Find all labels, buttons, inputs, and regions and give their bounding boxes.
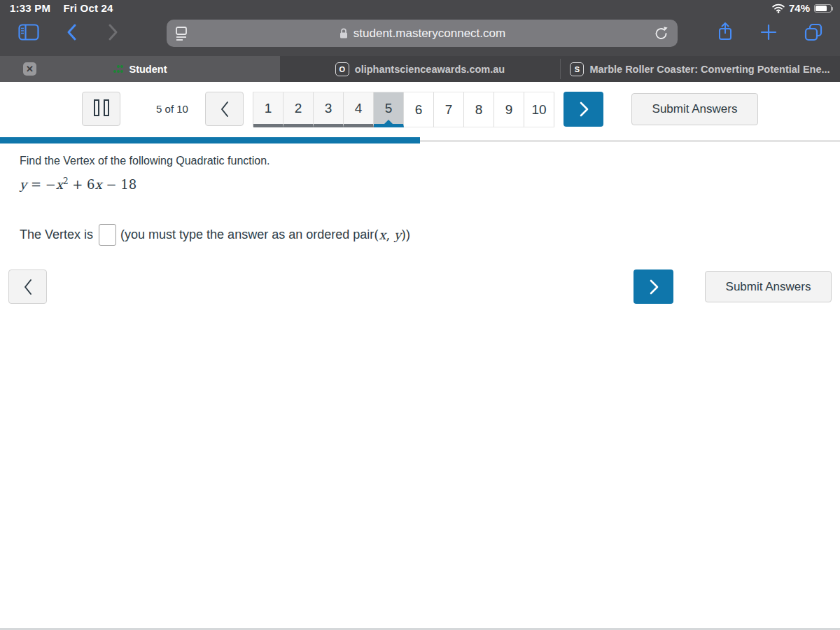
question-number-strip: 1 2 3 4 5 6 7 8 9 10 (253, 92, 554, 127)
tab-student[interactable]: ✕ Student (0, 56, 280, 82)
answer-suffix-close: ) (406, 227, 410, 242)
previous-question-button-top[interactable] (205, 92, 244, 126)
sidebar-icon (18, 24, 39, 41)
chevron-right-icon (648, 278, 659, 296)
tab-divider (560, 59, 561, 79)
browser-forward-button[interactable] (99, 17, 127, 48)
progress-fill (0, 137, 420, 144)
tab-title: Student (130, 64, 167, 75)
question-tab-10[interactable]: 10 (524, 92, 554, 127)
reload-icon (654, 25, 669, 42)
battery-percent-label: 74% (789, 2, 810, 14)
safari-toolbar: student.masteryconnect.com (0, 17, 840, 56)
question-prompt: Find the Vertex of the following Quadrat… (20, 155, 270, 167)
question-tab-8[interactable]: 8 (464, 92, 494, 127)
status-time: 1:33 PM (10, 2, 50, 14)
chevron-left-icon (22, 278, 34, 296)
answer-suffix-text: (you must type the answer as an ordered … (120, 227, 374, 242)
tab-title: Marble Roller Coaster: Converting Potent… (589, 64, 830, 75)
question-tab-6[interactable]: 6 (404, 92, 434, 127)
status-time-date: 1:33 PM Fri Oct 24 (10, 2, 113, 14)
answer-line: The Vertex is (you must type the answer … (20, 224, 410, 246)
submit-answers-button-bottom[interactable]: Submit Answers (705, 271, 832, 302)
question-tab-7[interactable]: 7 (434, 92, 464, 127)
status-bar: 1:33 PM Fri Oct 24 74% (0, 0, 840, 17)
battery-icon (814, 4, 832, 13)
answer-prefix: The Vertex is (20, 227, 93, 242)
chevron-left-icon (219, 100, 230, 118)
status-indicators: 74% (772, 2, 832, 14)
forward-chevron-icon (108, 23, 119, 41)
wifi-icon (772, 4, 785, 13)
plus-icon (760, 24, 777, 41)
tab-overview-button[interactable] (798, 17, 829, 48)
reader-icon (173, 24, 190, 43)
submit-answers-button-top[interactable]: Submit Answers (631, 93, 758, 125)
question-tab-3[interactable]: 3 (314, 92, 344, 127)
share-icon (717, 22, 734, 43)
tab-oliphant[interactable]: O oliphantscienceawards.com.au (280, 56, 560, 82)
address-bar[interactable]: student.masteryconnect.com (167, 20, 678, 47)
quiz-progress-bar (0, 137, 840, 144)
back-chevron-icon (66, 23, 77, 41)
chevron-right-icon (578, 100, 589, 118)
question-pager-label: 5 of 10 (137, 92, 207, 126)
quadratic-formula: y = −x2 + 6x − 18 (20, 176, 136, 192)
tab-bar: ✕ Student O oliphantscienceawards.com.au… (0, 56, 840, 82)
tab-favicon-o: O (335, 62, 349, 76)
ordered-pair-math: (x, y) (374, 227, 406, 242)
battery-fill (816, 6, 827, 11)
new-tab-button[interactable] (755, 17, 783, 48)
browser-back-button[interactable] (57, 17, 85, 48)
tab-favicon-s: S (570, 62, 584, 76)
vertex-answer-input[interactable] (99, 224, 116, 246)
tabs-icon (804, 23, 822, 41)
next-question-button-bottom[interactable] (634, 270, 673, 304)
tab-title: oliphantscienceawards.com.au (355, 64, 505, 75)
reload-button[interactable] (654, 25, 669, 45)
sidebar-toggle-button[interactable] (14, 17, 43, 48)
question-tab-9[interactable]: 9 (494, 92, 524, 127)
question-tab-4[interactable]: 4 (344, 92, 374, 127)
pause-icon (94, 99, 109, 119)
status-date: Fri Oct 24 (63, 2, 113, 14)
masteryconnect-favicon (113, 65, 124, 74)
browser-chrome: 1:33 PM Fri Oct 24 74% (0, 0, 840, 56)
tab-marble-roller-coaster[interactable]: S Marble Roller Coaster: Converting Pote… (560, 56, 840, 82)
share-button[interactable] (710, 17, 740, 48)
url-text: student.masteryconnect.com (354, 27, 505, 41)
tab-close-button[interactable]: ✕ (23, 62, 36, 76)
battery-nub (832, 7, 833, 10)
question-tab-1[interactable]: 1 (253, 92, 284, 127)
question-tab-2[interactable]: 2 (284, 92, 314, 127)
page-settings-button[interactable] (173, 24, 190, 46)
previous-question-button-bottom[interactable] (8, 270, 47, 304)
current-question-notch (384, 120, 393, 124)
question-tab-5-current[interactable]: 5 (374, 92, 404, 127)
pause-button[interactable] (82, 92, 120, 126)
lock-icon (339, 27, 349, 39)
next-question-button-top[interactable] (564, 92, 603, 127)
